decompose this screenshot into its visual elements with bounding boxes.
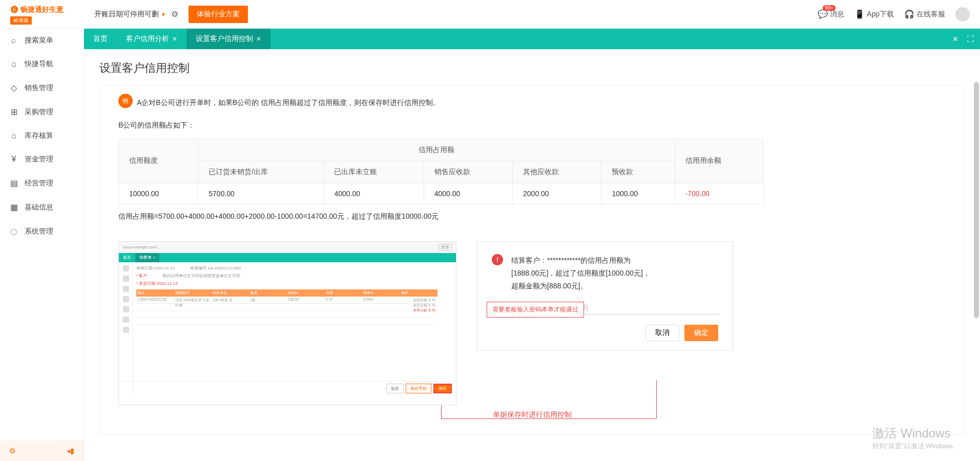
dialog-line: 超额金额为[888.00元]。 xyxy=(511,282,588,290)
sidebar-item-operation[interactable]: ▤经营管理 xyxy=(0,171,84,195)
app-download-label: App下载 xyxy=(867,10,894,19)
connector-line xyxy=(441,418,656,419)
sidebar-item-sales[interactable]: ◇销售管理 xyxy=(0,76,84,100)
cta-button[interactable]: 体验行业方案 xyxy=(189,6,248,23)
fullscreen-icon[interactable]: ⛶ xyxy=(965,33,976,45)
th-credit-used: 信用占用额 xyxy=(198,139,675,161)
tab-label: 设置客户信用控制 xyxy=(196,34,253,44)
td-val: 1000.00 xyxy=(601,183,675,204)
avatar[interactable] xyxy=(955,7,970,22)
sidebar-label: 销售管理 xyxy=(25,83,53,93)
sidebar-label: 搜索菜单 xyxy=(25,36,53,45)
account-date-label: 开账日期可停用可删 xyxy=(94,10,159,19)
grid-icon: ▦ xyxy=(9,202,18,212)
messages-label: 消息 xyxy=(830,10,844,19)
header: ❻ 畅捷通好生意 标准版 开账日期可停用可删 ▾ ⚙ 体验行业方案 💬 99+ … xyxy=(0,0,980,29)
help-article: 例 A企对B公司进行开单时，如果B公司的 信用占用额超过了信用额度，则在保存时进… xyxy=(99,85,965,434)
td-val: 5700.00 xyxy=(198,183,324,204)
tab-home[interactable]: 首页 xyxy=(84,29,117,49)
formula-text: 信用占用额=5700.00+4000.00+4000.00+2000.00-10… xyxy=(118,211,946,223)
th-col: 其他应收款 xyxy=(513,161,601,183)
sidebar-label: 快捷导航 xyxy=(25,59,53,69)
brand-logo: ❻ 畅捷通好生意 标准版 xyxy=(10,4,82,25)
sidebar-item-finance[interactable]: ¥资金管理 xyxy=(0,148,84,171)
circle-icon: ◌ xyxy=(9,226,18,236)
page-content: 设置客户信用控制 例 A企对B公司进行开单时，如果B公司的 信用占用额超过了信用… xyxy=(84,49,980,461)
sidebar-item-purchase[interactable]: ⊞采购管理 xyxy=(0,100,84,124)
td-val: 4000.00 xyxy=(324,183,424,204)
connector-line xyxy=(441,405,442,418)
chart-icon: ▤ xyxy=(9,178,18,188)
tab-label: 客户信用分析 xyxy=(126,34,169,44)
tab-bar: 首页 客户信用分析 ✕ 设置客户信用控制 ✕ ✕ ⛶ xyxy=(84,29,980,49)
th-col: 已出库未立账 xyxy=(324,161,424,183)
td-val: 4000.00 xyxy=(424,183,512,204)
dialog-message: 结算客户：************的信用占用额为 [1888.00元]，超过了信… xyxy=(511,254,650,293)
sidebar-label: 库存核算 xyxy=(25,131,53,140)
sidebar-item-system[interactable]: ◌系统管理 xyxy=(0,219,84,243)
th-credit-limit: 信用额度 xyxy=(119,139,198,183)
th-balance: 信用用余额 xyxy=(675,139,763,183)
warehouse-icon: ⌂ xyxy=(9,131,18,140)
sidebar-label: 采购管理 xyxy=(25,108,53,117)
sidebar-item-quicknav[interactable]: ⌂快捷导航 xyxy=(0,52,84,76)
watermark-sub: 转到"设置"以激活 Windows。 xyxy=(872,442,960,451)
example-badge: 例 xyxy=(118,94,133,108)
yen-icon: ¥ xyxy=(9,155,18,164)
mock-save-button: 保存 xyxy=(433,384,452,393)
example-text: A企对B公司进行开单时，如果B公司的 信用占用额超过了信用额度，则在保存时进行信… xyxy=(137,97,440,109)
messages-badge: 99+ xyxy=(823,5,836,11)
sidebar-label: 基础信息 xyxy=(25,203,53,212)
screenshot-mock: cloud.chanjet.com/...更新 首页销售单 × 单据日期 202… xyxy=(118,241,456,405)
online-service-label: 在线客服 xyxy=(916,10,945,19)
chevron-down-icon: ▾ xyxy=(162,11,165,18)
phone-icon: 📱 xyxy=(854,9,865,19)
sidebar-label: 经营管理 xyxy=(25,179,53,188)
brand-name: 畅捷通好生意 xyxy=(20,5,64,14)
page-title: 设置客户信用控制 xyxy=(99,60,965,76)
td-val: 2000.00 xyxy=(513,183,601,204)
settings-icon[interactable]: ⚙ xyxy=(9,447,16,455)
sidebar-item-search[interactable]: ⌕搜索菜单 xyxy=(0,29,84,52)
credit-table: 信用额度 信用占用额 信用用余额 已订货未销货/出库 已出库未立账 销售应收款 … xyxy=(118,139,764,204)
messages-button[interactable]: 💬 99+ 消息 xyxy=(818,9,844,19)
watermark-title: 激活 Windows xyxy=(872,425,960,442)
sidebar-item-basicinfo[interactable]: ▦基础信息 xyxy=(0,195,84,219)
sidebar-item-inventory[interactable]: ⌂库存核算 xyxy=(0,124,84,148)
sidebar: ⌕搜索菜单 ⌂快捷导航 ◇销售管理 ⊞采购管理 ⌂库存核算 ¥资金管理 ▤经营管… xyxy=(0,29,84,461)
close-all-icon[interactable]: ✕ xyxy=(950,33,961,45)
gear-icon[interactable]: ⚙ xyxy=(171,9,178,19)
mock-draft-button: 保存草稿 xyxy=(406,384,431,393)
headset-icon: 🎧 xyxy=(904,9,914,19)
th-col: 预收款 xyxy=(601,161,675,183)
password-callout: 需要老板输入密码本单才能通过 xyxy=(487,302,584,318)
warning-icon: ! xyxy=(492,254,503,265)
sidebar-label: 系统管理 xyxy=(25,227,53,236)
dialog-line: 结算客户：************的信用占用额为 xyxy=(511,256,631,264)
subhead-text: B公司的信用额占如下： xyxy=(118,119,946,132)
account-date-dropdown[interactable]: 开账日期可停用可删 ▾ xyxy=(94,10,165,19)
online-service-button[interactable]: 🎧 在线客服 xyxy=(904,9,945,19)
cart-icon: ⊞ xyxy=(9,107,18,117)
td-credit-limit: 10000.00 xyxy=(119,183,198,204)
illustration: cloud.chanjet.com/...更新 首页销售单 × 单据日期 202… xyxy=(118,241,946,405)
tab-label: 首页 xyxy=(93,34,108,44)
cancel-button[interactable]: 取消 xyxy=(645,325,679,341)
mock-abandon-button: 放弃 xyxy=(386,384,404,393)
connector-line xyxy=(656,381,657,418)
close-icon[interactable]: ✕ xyxy=(256,35,261,43)
tab-credit-control[interactable]: 设置客户信用控制 ✕ xyxy=(186,29,270,49)
tab-credit-analysis[interactable]: 客户信用分析 ✕ xyxy=(117,29,186,49)
home-icon: ⌂ xyxy=(9,59,18,69)
search-icon: ⌕ xyxy=(9,36,18,45)
windows-activation-watermark: 激活 Windows 转到"设置"以激活 Windows。 xyxy=(872,425,960,451)
collapse-icon[interactable]: ◂▮ xyxy=(67,447,74,455)
sidebar-label: 资金管理 xyxy=(25,155,53,164)
confirm-button[interactable]: 确定 xyxy=(684,325,718,341)
edition-badge: 标准版 xyxy=(10,16,32,25)
app-download-button[interactable]: 📱 App下载 xyxy=(854,9,894,19)
diamond-icon: ◇ xyxy=(9,83,18,93)
scrollbar[interactable] xyxy=(974,49,979,457)
th-col: 销售应收款 xyxy=(424,161,512,183)
close-icon[interactable]: ✕ xyxy=(172,35,177,43)
